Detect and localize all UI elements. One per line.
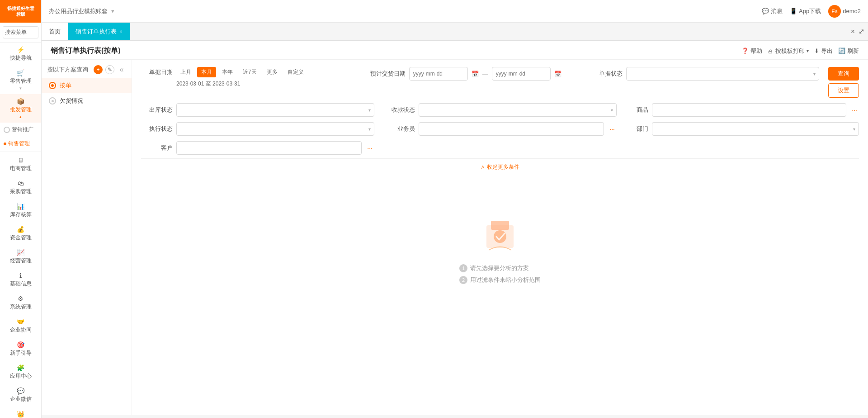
print-button[interactable]: 🖨 按模板打印 ▾ — [768, 47, 809, 55]
tip-text-1: 请先选择要分析的方案 — [470, 264, 529, 272]
active-tab-label: 销售订单执行表 — [75, 28, 117, 36]
sidebar-item-finance[interactable]: 💰 资金管理 — [0, 222, 41, 245]
tip-text-2: 用过滤条件来缩小分析范围 — [470, 276, 541, 284]
date-range-display: 2023-03-01 至 2023-03-31 — [176, 80, 361, 88]
scheme-item-by-order[interactable]: 按单 — [42, 78, 132, 93]
sidebar-item-retail[interactable]: 🛒 零售管理 ▾ — [0, 66, 41, 94]
tab-sales-exec[interactable]: 销售订单执行表 × — [68, 23, 130, 40]
tab-home[interactable]: 首页 — [42, 23, 68, 40]
breadcrumb-text: 办公用品行业模拟账套 — [49, 7, 108, 15]
collapse-panel-button[interactable]: « — [117, 65, 126, 74]
refresh-button[interactable]: 🔄 刷新 — [838, 47, 859, 55]
sidebar-item-label: 新手引导 — [10, 349, 32, 357]
tab-maximize-button[interactable]: ⤢ — [859, 27, 864, 36]
goods-label: 商品 — [626, 106, 648, 114]
scheme-label: 欠货情况 — [60, 97, 83, 105]
sidebar-sub-marketing[interactable]: 营销推广 — [0, 123, 41, 137]
sidebar-item-guide[interactable]: 🎯 新手引导 — [0, 337, 41, 361]
date-tab-more[interactable]: 更多 — [263, 67, 282, 77]
sidebar-item-purchase[interactable]: 🛍 采购管理 — [0, 176, 41, 199]
collab-icon: 🤝 — [17, 318, 24, 325]
message-button[interactable]: 💬 消息 — [762, 7, 783, 15]
wholesale-icon: 📦 — [17, 98, 24, 105]
tip-number-2: 2 — [459, 276, 467, 284]
active-scheme-indicator — [49, 82, 56, 89]
customer-input[interactable] — [176, 141, 362, 155]
customer-more-button[interactable]: ··· — [365, 144, 374, 152]
query-button[interactable]: 查询 — [828, 67, 859, 81]
customer-filter: 客户 ··· — [141, 141, 374, 155]
filter-row-4: 客户 ··· — [141, 141, 859, 155]
date-tabs: 上月 本月 本年 近7天 更多 自定义 — [176, 67, 308, 77]
user-profile[interactable]: Ea demo2 — [828, 5, 861, 18]
sidebar-item-wechat[interactable]: 💬 企业微信 — [0, 384, 41, 407]
sidebar-search[interactable]: 搜索菜单 — [0, 23, 41, 43]
date-separator: — — [482, 71, 488, 77]
ecom-icon: 🖥 — [18, 157, 24, 164]
collapse-filter-button[interactable]: ∧ 收起更多条件 — [141, 158, 859, 176]
exec-status-label: 执行状态 — [141, 125, 173, 133]
out-status-filter: 出库状态 ▾ — [141, 103, 374, 117]
sidebar-item-ecom[interactable]: 🖥 电商管理 — [0, 153, 41, 176]
out-status-select[interactable] — [176, 103, 374, 117]
breadcrumb-arrow-icon[interactable]: ▾ — [111, 8, 114, 14]
tab-close-icon[interactable]: × — [119, 28, 123, 35]
help-button[interactable]: ❓ 帮助 — [741, 47, 762, 55]
sidebar-item-wholesale[interactable]: 📦 批发管理 ▴ — [0, 94, 41, 123]
collection-status-select[interactable] — [419, 103, 617, 117]
topbar: 办公用品行业模拟账套 ▾ 💬 消息 📱 App下载 Ea demo2 — [42, 0, 868, 23]
message-icon: 💬 — [762, 8, 769, 14]
date-tab-last-month[interactable]: 上月 — [176, 67, 195, 77]
operations-icon: 📈 — [17, 249, 24, 256]
sidebar-item-collab[interactable]: 🤝 企业协同 — [0, 314, 41, 337]
sidebar-item-member[interactable]: 👑 畅会员 — [0, 407, 41, 418]
active-dot — [51, 84, 54, 87]
department-select[interactable] — [652, 122, 859, 136]
settings-button[interactable]: 设置 — [828, 83, 859, 98]
sidebar-item-inventory[interactable]: 📊 库存核算 — [0, 199, 41, 222]
purchase-icon: 🛍 — [18, 180, 24, 187]
sidebar-item-operations[interactable]: 📈 经营管理 — [0, 245, 41, 268]
app-download-button[interactable]: 📱 App下载 — [790, 7, 821, 15]
salesperson-more-button[interactable]: ··· — [608, 125, 617, 133]
expected-date-section: 预计交货日期 📅 — 📅 — [370, 67, 590, 81]
export-button[interactable]: ⬇ 导出 — [814, 47, 833, 55]
left-panel: 按以下方案查询 + ✎ « 按单 — [42, 60, 132, 415]
expected-date-start[interactable] — [409, 67, 468, 81]
sidebar-item-quick-nav[interactable]: ⚡ 快捷导航 — [0, 43, 41, 66]
sidebar-item-basic-info[interactable]: ℹ 基础信息 — [0, 268, 41, 291]
scheme-item-backorder[interactable]: 欠货情况 — [42, 93, 132, 109]
wechat-icon: 💬 — [17, 387, 24, 394]
sidebar-sub-sales[interactable]: 销售管理 — [0, 137, 41, 151]
date-tab-custom[interactable]: 自定义 — [283, 67, 308, 77]
left-panel-actions: + ✎ « — [94, 65, 126, 74]
date-tab-7days[interactable]: 近7天 — [239, 67, 261, 77]
exec-status-select[interactable] — [176, 122, 374, 136]
print-arrow-icon: ▾ — [807, 48, 809, 53]
sidebar-item-label: 企业微信 — [10, 395, 32, 403]
inactive-scheme-indicator — [49, 97, 56, 104]
status-select[interactable] — [626, 67, 819, 81]
salesperson-input[interactable] — [419, 122, 604, 136]
expected-date-end[interactable] — [492, 67, 551, 81]
app-download-label: App下载 — [799, 7, 821, 15]
username-label: demo2 — [843, 8, 861, 14]
edit-scheme-button[interactable]: ✎ — [105, 65, 114, 74]
sidebar-item-system[interactable]: ⚙ 系统管理 — [0, 291, 41, 314]
help-icon: ❓ — [741, 48, 749, 54]
logo-text-line1: 畅捷通好生意 — [7, 5, 34, 11]
empty-tip-2: 2 用过滤条件来缩小分析范围 — [459, 276, 541, 284]
export-label: 导出 — [821, 47, 833, 55]
goods-more-button[interactable]: ··· — [850, 106, 859, 114]
filter-row-3: 执行状态 ▾ 业务员 ··· — [141, 122, 859, 136]
tab-close-button[interactable]: × — [851, 28, 855, 36]
date-tab-this-year[interactable]: 本年 — [218, 67, 237, 77]
inactive-dot — [52, 100, 54, 102]
collection-status-label: 收款状态 — [383, 106, 415, 114]
goods-input[interactable] — [652, 103, 846, 117]
search-menu-button[interactable]: 搜索菜单 — [3, 26, 38, 38]
date-tab-this-month[interactable]: 本月 — [197, 67, 216, 77]
sidebar-item-app-center[interactable]: 🧩 应用中心 — [0, 361, 41, 384]
add-scheme-button[interactable]: + — [94, 65, 103, 74]
out-status-select-wrap: ▾ — [176, 103, 374, 117]
